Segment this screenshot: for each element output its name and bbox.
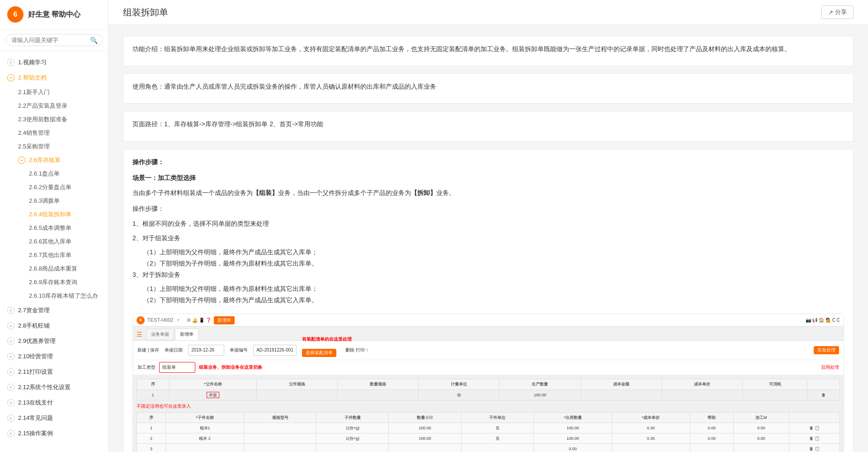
sidebar-item-videos[interactable]: + 1.视频学习 <box>0 55 108 70</box>
mock-sub-th-10 <box>789 412 840 423</box>
mock-tab-2[interactable]: 新增单 <box>175 328 198 340</box>
mock-titlebar-left: 6 TEST-H002 ▼ ⚙ 🔔 📱 ❓ 新增单 <box>137 316 235 325</box>
sidebar-item-2-10[interactable]: + 2.10经营管理 <box>0 349 108 364</box>
sidebar-item-label: 2.9优惠券管理 <box>18 337 56 345</box>
mock-num-label: 单据编号 <box>230 346 248 354</box>
expand-icon: + <box>7 368 14 376</box>
role-text: 使用角色：通常由生产人员或库管人员完成拆装业务的操作，库管人员确认原材料的出库和… <box>132 81 844 92</box>
mock-cell-prod-qty: 100.00 <box>500 390 580 400</box>
sidebar-item-label: 2.12系统个性化设置 <box>18 383 71 391</box>
mock-tab-1[interactable]: 业务单据 <box>146 328 174 340</box>
mock-sub-header-row: 序 *子件名称 规格型号 子件数量 数量小计 子件单位 *出库数量 *成本单价 … <box>137 412 840 423</box>
search-button[interactable]: 🔍 <box>90 37 98 44</box>
mock-type-field[interactable]: 组装单 <box>159 362 195 373</box>
mock-num-field[interactable]: AD-20191226-001 <box>253 345 297 356</box>
mock-type-label: 加工类型 <box>137 363 156 371</box>
mock-tabs-row: ☰ 业务单据 新增单 <box>133 327 844 341</box>
section-2-9: + 2.9优惠券管理 <box>0 333 108 349</box>
mock-form-fields: 新建 | 保存 单据日期 2019-12-26 单据编号 AD-20191226… <box>137 343 839 357</box>
mock-th-0: 序 <box>137 379 170 390</box>
mock-th-5: 生产数量 <box>500 379 580 390</box>
path-block: 页面路径：1、库存核算->库存管理->组装拆卸单 2、首页->常用功能 <box>123 111 854 141</box>
mock-sub-row-2: 2 糯米 2 1(份+g) 100.00 克 100.00 0.30 0.00 <box>137 433 840 444</box>
top-bar: 组装拆卸单 ↗ 分享 <box>108 0 868 25</box>
mock-annotation4: 不固定活用也可在这里录入 <box>137 402 840 410</box>
mock-table-header-row: 序 *父件名称 父件规格 数量规格 计量单位 生产数量 成本金额 成本单价 可消… <box>137 379 840 390</box>
mock-nav-icon: ☰ <box>137 329 142 340</box>
mock-parent-table: 序 *父件名称 父件规格 数量规格 计量单位 生产数量 成本金额 成本单价 可消… <box>137 379 840 400</box>
sidebar-item-label: 2.8手机旺铺 <box>18 322 50 330</box>
share-button[interactable]: ↗ 分享 <box>821 5 854 19</box>
mock-logo: 6 <box>137 316 145 324</box>
mock-cell-consumable <box>742 390 807 400</box>
mock-cell-action: 🗑 <box>807 390 840 400</box>
sidebar-item-2-7[interactable]: + 2.7资金管理 <box>0 303 108 318</box>
sidebar-item-2-6-7[interactable]: 2.6.7其他出库单 <box>29 248 108 262</box>
page-title: 组装拆卸单 <box>123 6 168 19</box>
mock-annotation1: 有装配清单的在这里处理 <box>302 335 352 343</box>
mock-cell-cost-price <box>661 390 742 400</box>
sidebar-item-2-3[interactable]: 2.3使用前数据准备 <box>18 113 108 126</box>
collapse-icon-2-6: − <box>18 157 25 164</box>
expand-icon: + <box>7 322 14 329</box>
section-2-13: + 2.13在线支付 <box>0 395 108 410</box>
sidebar-item-helpdocs[interactable]: − 2.帮助文档 <box>0 70 108 86</box>
section-2-11: + 2.11打印设置 <box>0 364 108 380</box>
sidebar-item-2-6-2[interactable]: 2.6.2分量盘点单 <box>29 181 108 194</box>
mock-icons: ⚙ 🔔 📱 ❓ <box>187 316 211 324</box>
sidebar-item-label: 1.视频学习 <box>18 58 47 67</box>
sub-items-section2: 2.1新手入门 2.2产品安装及登录 2.3使用前数据准备 2.4销售管理 2.… <box>0 86 108 303</box>
sidebar-item-2-2[interactable]: 2.2产品安装及登录 <box>18 99 108 113</box>
sidebar-item-2-6-6[interactable]: 2.6.6其他入库单 <box>29 235 108 248</box>
sidebar-item-2-6-1[interactable]: 2.6.1盘点单 <box>29 167 108 181</box>
step1: 1、根据不同的业务，选择不同单据的类型来处理 <box>132 218 844 229</box>
sidebar-item-2-6-4[interactable]: 2.6.4组装拆卸单 <box>29 208 108 221</box>
mock-sub-th-0: 序 <box>137 412 166 423</box>
sidebar-item-2-6-8[interactable]: 2.6.8商品成本重算 <box>29 262 108 276</box>
expand-icon: + <box>7 307 14 314</box>
sidebar-item-2-14[interactable]: + 2.14常见问题 <box>0 410 108 426</box>
sidebar-item-2-6-10[interactable]: 2.6.10库存账本错了怎么办 <box>29 289 108 303</box>
main: 组装拆卸单 ↗ 分享 功能介绍：组装拆卸单用来处理企业组装或拆卸等加工业务，支持… <box>108 0 868 452</box>
mock-date-field[interactable]: 2019-12-26 <box>188 345 224 356</box>
mock-icons-right: 删除 打印 ↑ <box>345 346 368 354</box>
sidebar-item-2-8[interactable]: + 2.8手机旺铺 <box>0 318 108 333</box>
sidebar-item-2-6-5[interactable]: 2.6.5成本调整单 <box>29 221 108 235</box>
sidebar-item-2-13[interactable]: + 2.13在线支付 <box>0 395 108 410</box>
sidebar-item-2-9[interactable]: + 2.9优惠券管理 <box>0 333 108 349</box>
mock-select-btn[interactable]: 选择装配清单 <box>302 349 336 357</box>
sidebar-item-2-6-3[interactable]: 2.6.3调拨单 <box>29 194 108 208</box>
mock-annotation2: 组装业务、拆卸业务在这里切换 <box>199 363 262 371</box>
sidebar-item-2-5[interactable]: 2.5采购管理 <box>18 140 108 153</box>
sidebar-item-label: 2.帮助文档 <box>18 74 47 82</box>
sidebar-item-2-11[interactable]: + 2.11打印设置 <box>0 364 108 380</box>
sidebar-item-2-12[interactable]: + 2.12系统个性化设置 <box>0 380 108 395</box>
mock-th-2: 父件规格 <box>256 379 337 390</box>
path-text: 页面路径：1、库存核算->库存管理->组装拆卸单 2、首页->常用功能 <box>132 119 844 130</box>
share-icon: ↗ <box>828 9 833 16</box>
mock-sub-th-6: *出库数量 <box>534 412 612 423</box>
expand-icon: + <box>7 59 14 66</box>
sidebar-item-2-15[interactable]: + 2.15操作案例 <box>0 426 108 441</box>
mock-cell-spec <box>256 390 337 400</box>
sidebar-item-2-6-9[interactable]: 2.6.9库存账本查询 <box>29 276 108 289</box>
mock-sub-th-2: 规格型号 <box>244 412 316 423</box>
sidebar-item-2-6[interactable]: − 2.6库存核算 <box>18 153 108 167</box>
mock-cell-cost-amt <box>580 390 661 400</box>
mock-table-area: 序 *父件名称 父件规格 数量规格 计量单位 生产数量 成本金额 成本单价 可消… <box>133 375 844 452</box>
mock-sub-th-3: 子件数量 <box>316 412 389 423</box>
mock-apply-btn[interactable]: 实发处理 <box>814 346 839 354</box>
step2-sub1: （1）上部明细为父件明细，最终作为产成品生成其它入库单； <box>143 247 844 258</box>
sidebar-item-2-4[interactable]: 2.4销售管理 <box>18 126 108 140</box>
mock-th-7: 成本单价 <box>661 379 742 390</box>
mock-parent-row-1: 1 米饭 份 100.00 🗑 <box>137 390 840 400</box>
nav-list: + 1.视频学习 − 2.帮助文档 2.1新手入门 2.2产品安装及登录 2.3… <box>0 51 108 452</box>
mock-new-btn[interactable]: 新增单 <box>214 316 235 324</box>
logo-area: 6 好生意 帮助中心 <box>0 0 108 29</box>
sidebar-item-label: 2.14常见问题 <box>18 414 53 422</box>
mock-sub-th-7: *成本单价 <box>612 412 690 423</box>
mock-th-6: 成本金额 <box>580 379 661 390</box>
sidebar-item-2-1[interactable]: 2.1新手入门 <box>18 86 108 99</box>
search-input[interactable] <box>5 34 103 46</box>
step2-sub2: （2）下部明细为子件明细，最终作为原材料生成其它出库单。 <box>143 258 844 269</box>
